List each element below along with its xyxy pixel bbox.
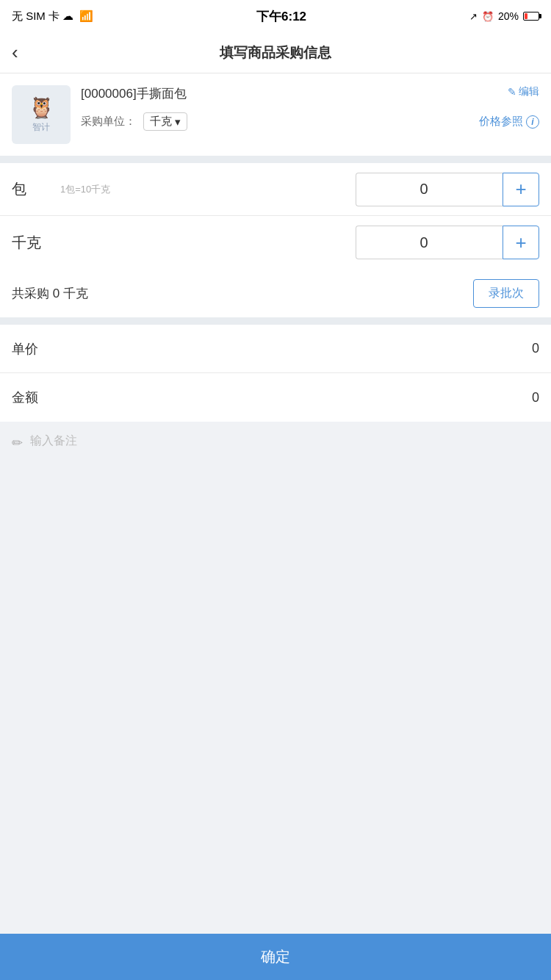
edit-button[interactable]: ✎ 编辑: [508, 85, 539, 98]
amount-row: 金额 0: [0, 373, 551, 422]
bao-label: 包: [12, 179, 56, 199]
battery-icon: [523, 12, 539, 21]
unit-container: 采购单位： 千克 ▾: [81, 112, 187, 131]
confirm-button[interactable]: 确定: [0, 934, 551, 980]
status-bar: 无 SIM 卡 ☁ 📶 下午6:12 ↗ ⏰ 20%: [0, 0, 551, 32]
product-info: [0000006]手撕面包 ✎ 编辑 采购单位： 千克 ▾ 价格参照 i: [81, 85, 539, 131]
price-row: 单价 0: [0, 325, 551, 373]
back-button[interactable]: ‹: [12, 41, 18, 64]
product-card: 🦉 智计 [0000006]手撕面包 ✎ 编辑 采购单位： 千克 ▾ 价格参照: [0, 73, 551, 156]
summary-text: 共采购 0 千克: [12, 285, 88, 302]
kg-plus-button[interactable]: +: [503, 226, 539, 259]
divider-1: [0, 156, 551, 163]
alarm-icon: ⏰: [482, 11, 494, 22]
chevron-down-icon: ▾: [175, 115, 181, 129]
unit-label: 采购单位：: [81, 115, 136, 127]
sim-label: 无 SIM 卡 ☁: [12, 10, 73, 24]
divider-2: [0, 317, 551, 325]
nav-bar: ‹ 填写商品采购信息: [0, 32, 551, 73]
notes-section[interactable]: ✏ 输入备注: [0, 422, 551, 934]
input-section: 包 1包=10千克 + 千克 +: [0, 163, 551, 269]
bao-input-group: +: [356, 173, 539, 206]
page-title: 填写商品采购信息: [220, 43, 331, 62]
info-icon: i: [526, 115, 539, 129]
unit-select[interactable]: 千克 ▾: [143, 112, 187, 131]
product-thumbnail: 🦉 智计: [12, 85, 71, 144]
kg-row: 千克 +: [0, 216, 551, 269]
bao-sub-label: 1包=10千克: [60, 183, 110, 196]
price-ref-button[interactable]: 价格参照 i: [479, 115, 539, 129]
amount-value: 0: [532, 390, 539, 406]
time-display: 下午6:12: [256, 8, 306, 25]
bao-plus-button[interactable]: +: [503, 173, 539, 206]
amount-label: 金额: [12, 389, 38, 406]
wifi-icon: 📶: [79, 10, 93, 23]
kg-label: 千克: [12, 233, 56, 253]
price-value: 0: [532, 341, 539, 356]
kg-input-group: +: [356, 226, 539, 259]
kg-input[interactable]: [356, 226, 503, 259]
batch-button[interactable]: 录批次: [473, 279, 539, 308]
status-left: 无 SIM 卡 ☁ 📶: [12, 10, 93, 24]
edit-icon: ✎: [508, 86, 516, 98]
price-label: 单价: [12, 340, 38, 358]
summary-row: 共采购 0 千克 录批次: [0, 269, 551, 317]
product-owl-icon: 🦉: [29, 96, 54, 120]
bao-row: 包 1包=10千克 +: [0, 163, 551, 216]
thumbnail-label: 智计: [32, 121, 50, 134]
pencil-icon: ✏: [12, 435, 23, 451]
bao-input[interactable]: [356, 173, 503, 206]
location-icon: ↗: [469, 11, 478, 22]
product-name: [0000006]手撕面包: [81, 85, 187, 102]
battery-percent: 20%: [498, 10, 519, 22]
info-section: 单价 0 金额 0: [0, 325, 551, 422]
notes-placeholder: 输入备注: [30, 433, 77, 449]
status-right: ↗ ⏰ 20%: [469, 10, 539, 22]
